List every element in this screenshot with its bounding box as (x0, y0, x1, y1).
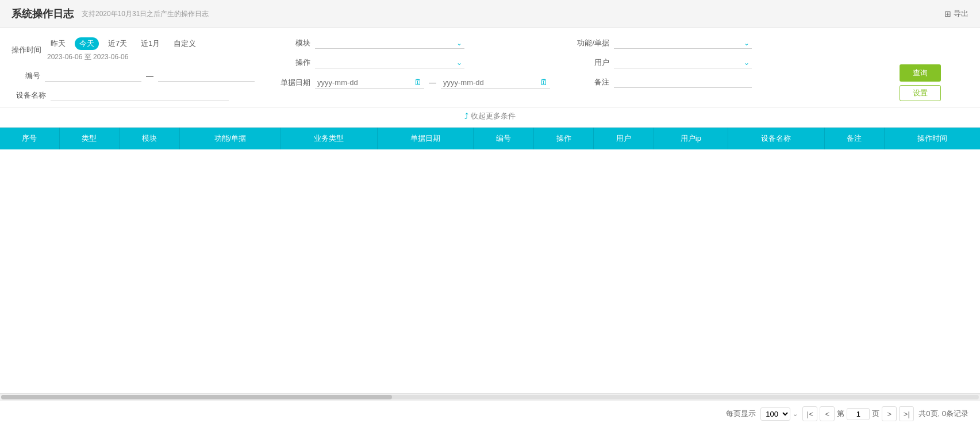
date-to-input[interactable] (443, 78, 540, 87)
operation-time-filter: 操作时间 昨天 今天 近7天 近1月 自定义 2023-06-06 至 2023… (11, 37, 276, 62)
date-from-wrap: 🗓 (315, 76, 424, 89)
user-select[interactable] (614, 58, 748, 67)
page-size-select: 100 50 200 ⌄ (760, 407, 798, 421)
page-label: 第 (837, 409, 844, 419)
scrollbar-area[interactable] (0, 393, 980, 400)
note-label: 备注 (575, 77, 609, 87)
feature-label: 功能/单据 (575, 38, 609, 48)
date-from-input[interactable] (317, 78, 414, 87)
note-input[interactable] (614, 78, 752, 86)
header-left: 系统操作日志 支持2020年10月31日之后产生的操作日志 (11, 7, 209, 21)
last7days-btn[interactable]: 近7天 (103, 37, 132, 50)
settings-button[interactable]: 设置 (900, 85, 941, 101)
module-label: 模块 (276, 38, 310, 48)
user-dropdown-wrap: ⌄ (614, 57, 752, 68)
export-label: 导出 (954, 9, 969, 19)
module-filter: 模块 ⌄ (276, 37, 575, 49)
operation-dropdown-wrap: ⌄ (315, 57, 464, 68)
table-wrapper: 序号 类型 模块 功能/单据 业务类型 单据日期 编号 操作 用户 用户ip 设… (0, 128, 980, 393)
col-device: 设备名称 (728, 128, 824, 149)
operation-time-label: 操作时间 (11, 45, 41, 55)
note-filter: 备注 (575, 76, 900, 88)
col-operation: 操作 (533, 128, 593, 149)
col-code: 编号 (474, 128, 533, 149)
user-filter: 用户 ⌄ (575, 57, 900, 68)
code-label: 编号 (11, 71, 40, 81)
col-user: 用户 (594, 128, 654, 149)
collapse-icon: ⤴ (464, 111, 468, 121)
col-op-time: 操作时间 (884, 128, 980, 149)
scrollbar-thumb[interactable] (1, 395, 392, 399)
last-page-button[interactable]: >| (899, 406, 914, 421)
code-from-input[interactable] (45, 71, 141, 80)
code-from-input-wrap (45, 70, 141, 82)
code-filter: 编号 — (11, 70, 276, 82)
page-nav: |< < 第 页 > >| (802, 406, 914, 421)
table-header: 序号 类型 模块 功能/单据 业务类型 单据日期 编号 操作 用户 用户ip 设… (0, 128, 980, 149)
action-buttons: 查询 设置 (900, 64, 941, 101)
filter-actions: 查询 设置 (900, 37, 969, 101)
code-to-input[interactable] (158, 71, 255, 80)
collapse-button[interactable]: ⤴ 收起更多条件 (464, 111, 516, 121)
col-seq: 序号 (0, 128, 59, 149)
calendar-from-icon[interactable]: 🗓 (414, 78, 422, 87)
first-page-button[interactable]: |< (802, 406, 817, 421)
filter-section: 操作时间 昨天 今天 近7天 近1月 自定义 2023-06-06 至 2023… (11, 37, 969, 101)
prev-page-button[interactable]: < (820, 406, 835, 421)
operation-filter: 操作 ⌄ (276, 57, 575, 68)
col-voucher-date: 单据日期 (377, 128, 474, 149)
time-buttons: 昨天 今天 近7天 近1月 自定义 (46, 37, 201, 50)
export-icon: ⊞ (944, 9, 951, 18)
page-size-chevron: ⌄ (793, 410, 798, 418)
user-label: 用户 (575, 57, 609, 68)
page-subtitle: 支持2020年10月31日之后产生的操作日志 (82, 9, 209, 19)
col-type: 类型 (59, 128, 119, 149)
date-range-display: 2023-06-06 至 2023-06-06 (47, 52, 201, 62)
module-select[interactable] (315, 39, 461, 47)
voucher-date-filter: 单据日期 🗓 — 🗓 (276, 76, 575, 89)
col-module: 模块 (120, 128, 179, 149)
device-filter: 设备名称 (11, 90, 276, 101)
page-total: 共0页, 0条记录 (918, 409, 969, 419)
device-input[interactable] (51, 91, 229, 99)
feature-filter: 功能/单据 ⌄ (575, 37, 900, 49)
module-dropdown-wrap: ⌄ (315, 37, 464, 49)
per-page-label: 每页显示 (726, 409, 756, 419)
col-biz-type: 业务类型 (281, 128, 378, 149)
col-user-ip: 用户ip (654, 128, 728, 149)
collapse-bar: ⤴ 收起更多条件 (0, 107, 980, 128)
col-note: 备注 (824, 128, 884, 149)
last1month-btn[interactable]: 近1月 (136, 37, 164, 50)
feature-dropdown-wrap: ⌄ (614, 37, 752, 49)
page-size-dropdown[interactable]: 100 50 200 (760, 407, 790, 421)
collapse-label: 收起更多条件 (471, 111, 516, 121)
col-feature: 功能/单据 (179, 128, 280, 149)
filter-col-2: 模块 ⌄ 操作 ⌄ (276, 37, 575, 101)
page-unit: 页 (872, 409, 879, 419)
device-input-wrap (51, 90, 229, 101)
date-to-wrap: 🗓 (441, 76, 550, 89)
operation-select[interactable] (315, 58, 461, 67)
voucher-date-label: 单据日期 (276, 78, 310, 88)
data-table: 序号 类型 模块 功能/单据 业务类型 单据日期 编号 操作 用户 用户ip 设… (0, 128, 980, 149)
date-sep: — (429, 78, 436, 87)
filter-col-3: 功能/单据 ⌄ 用户 ⌄ (575, 37, 900, 101)
yesterday-btn[interactable]: 昨天 (46, 37, 70, 50)
calendar-to-icon[interactable]: 🗓 (540, 78, 548, 87)
page-title: 系统操作日志 (11, 7, 74, 21)
feature-select[interactable] (614, 39, 748, 47)
filter-col-1: 操作时间 昨天 今天 近7天 近1月 自定义 2023-06-06 至 2023… (11, 37, 276, 101)
device-label: 设备名称 (11, 90, 46, 101)
code-to-input-wrap (158, 70, 255, 82)
filter-area: 操作时间 昨天 今天 近7天 近1月 自定义 2023-06-06 至 2023… (0, 28, 980, 107)
today-btn[interactable]: 今天 (75, 37, 99, 50)
query-button[interactable]: 查询 (900, 64, 941, 82)
scrollbar-track (1, 395, 979, 399)
custom-btn[interactable]: 自定义 (169, 37, 201, 50)
note-input-wrap (614, 76, 752, 88)
page-header: 系统操作日志 支持2020年10月31日之后产生的操作日志 ⊞ 导出 (0, 0, 980, 28)
page-input[interactable] (847, 408, 870, 420)
export-button[interactable]: ⊞ 导出 (944, 9, 969, 19)
next-page-button[interactable]: > (882, 406, 897, 421)
pagination-bar: 每页显示 100 50 200 ⌄ |< < 第 页 > >| 共0页, 0条记… (0, 400, 980, 427)
